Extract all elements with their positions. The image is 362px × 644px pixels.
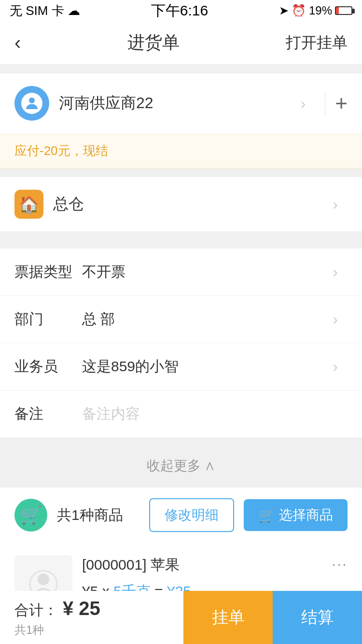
dept-value: 总 部 — [82, 309, 333, 329]
supplier-name: 河南供应商22 — [59, 93, 301, 114]
status-right: ➤ ⏰ 19% — [279, 4, 352, 17]
hold-button[interactable]: 挂单 — [183, 591, 273, 644]
product-icon: 🛒 — [14, 499, 47, 532]
location-icon: ➤ — [279, 4, 289, 17]
product-more-button[interactable]: ··· — [332, 555, 348, 573]
remark-input[interactable]: 备注内容 — [82, 404, 348, 424]
select-product-icon: 🛒 — [258, 507, 275, 523]
warehouse-section[interactable]: 🏠 总仓 › — [0, 177, 362, 231]
open-hold-button[interactable]: 打开挂单 — [286, 32, 348, 54]
staff-chevron-icon: › — [333, 358, 338, 376]
bill-type-value: 不开票 — [82, 262, 333, 282]
alarm-icon: ⏰ — [292, 4, 306, 17]
product-count: 共1种商品 — [57, 505, 139, 525]
supplier-section: 河南供应商22 › + 应付-20元，现结 — [0, 73, 362, 168]
remark-row[interactable]: 备注 备注内容 — [0, 391, 362, 437]
form-section: 票据类型 不开票 › 部门 总 部 › 业务员 这是859的小智 › 备注 备注… — [0, 249, 362, 437]
select-product-label: 选择商品 — [279, 506, 333, 524]
staff-value: 这是859的小智 — [82, 357, 333, 377]
status-bar: 无 SIM 卡 ☁ 下午6:16 ➤ ⏰ 19% — [0, 0, 362, 21]
warehouse-chevron-icon: › — [333, 196, 338, 213]
product-name: [0000001] 苹果 — [82, 555, 322, 575]
edit-detail-button[interactable]: 修改明细 — [149, 498, 234, 532]
checkout-button[interactable]: 结算 — [273, 591, 362, 644]
staff-row[interactable]: 业务员 这是859的小智 › — [0, 343, 362, 391]
bill-type-row[interactable]: 票据类型 不开票 › — [0, 249, 362, 296]
svg-point-1 — [38, 574, 49, 585]
back-button[interactable]: ‹ — [14, 32, 21, 54]
battery-status: 19% — [309, 4, 332, 17]
select-product-button[interactable]: 🛒 选择商品 — [244, 499, 348, 531]
page-title: 进货单 — [127, 31, 180, 55]
divider — [325, 91, 325, 115]
add-button[interactable]: + — [335, 93, 348, 114]
supplier-avatar — [14, 86, 49, 121]
notice-bar: 应付-20元，现结 — [0, 134, 362, 168]
total-amount: ¥ 25 — [63, 598, 100, 619]
warehouse-icon: 🏠 — [14, 190, 43, 219]
svg-point-0 — [29, 98, 35, 103]
total-sub: 共1种 — [14, 622, 169, 638]
collapse-row[interactable]: 收起更多 ∧ — [0, 446, 362, 486]
dept-row[interactable]: 部门 总 部 › — [0, 296, 362, 343]
total-label: 合计： — [14, 601, 58, 620]
nav-bar: ‹ 进货单 打开挂单 — [0, 21, 362, 65]
battery-icon — [335, 6, 352, 15]
sim-status: 无 SIM 卡 ☁ — [10, 2, 80, 19]
bill-type-label: 票据类型 — [14, 262, 82, 282]
remark-label: 备注 — [14, 404, 82, 424]
avatar-icon — [21, 93, 42, 114]
total-row: 合计： ¥ 25 — [14, 598, 169, 620]
supplier-row[interactable]: 河南供应商22 › + — [0, 73, 362, 134]
staff-label: 业务员 — [14, 357, 82, 377]
bill-type-chevron-icon: › — [333, 263, 338, 281]
status-left: 无 SIM 卡 ☁ — [10, 2, 80, 19]
warehouse-name: 总仓 — [53, 194, 333, 215]
status-time: 下午6:16 — [151, 1, 208, 21]
dept-label: 部门 — [14, 309, 82, 329]
footer: 合计： ¥ 25 共1种 挂单 结算 — [0, 591, 362, 644]
supplier-chevron-icon: › — [301, 95, 306, 112]
dept-chevron-icon: › — [333, 310, 338, 328]
product-header: 🛒 共1种商品 修改明细 🛒 选择商品 — [0, 488, 362, 543]
collapse-label: 收起更多 ∧ — [147, 457, 216, 475]
footer-total: 合计： ¥ 25 共1种 — [0, 598, 183, 638]
